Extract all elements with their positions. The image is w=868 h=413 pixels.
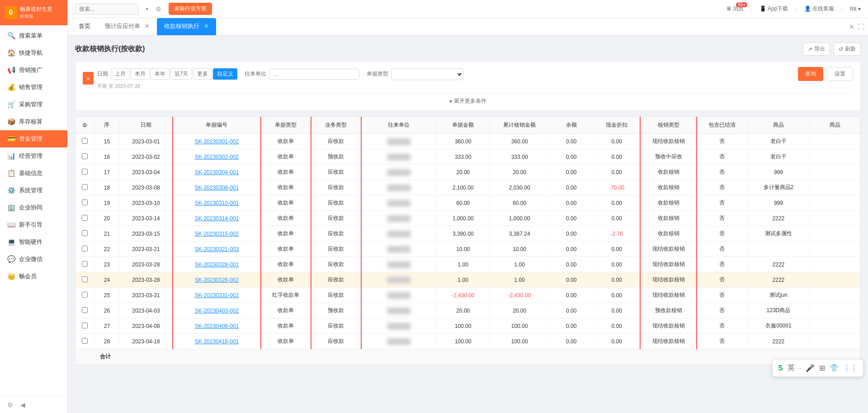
date-btn-近7天[interactable]: 近7天 <box>170 68 193 80</box>
row-checkbox[interactable] <box>82 215 88 221</box>
float-mic-icon[interactable]: 🎤 <box>806 364 815 372</box>
industry-solution-button[interactable]: 体验行业方案 <box>169 3 212 15</box>
sidebar-item-hardware[interactable]: 💻智能硬件 <box>0 233 67 251</box>
float-en-icon[interactable]: 英 <box>788 363 795 373</box>
counterpart-input[interactable] <box>269 69 359 80</box>
row-checkbox[interactable] <box>82 246 88 252</box>
cell-slip-no[interactable]: SK-20230321-003 <box>173 242 260 257</box>
cell-amount: 20.00 <box>436 165 490 180</box>
topbar-dropdown-arrow[interactable]: ▾ <box>146 6 148 12</box>
cell-slip-no[interactable]: SK-20230328-002 <box>173 272 260 288</box>
sidebar-item-purchase[interactable]: 🛒采购管理 <box>0 96 67 113</box>
cell-slip-no[interactable]: SK-20230418-001 <box>173 334 260 349</box>
date-btn-本年[interactable]: 本年 <box>151 68 170 80</box>
maximize-icon[interactable]: ⛶ <box>858 23 864 30</box>
slip-no-link[interactable]: SK-20230418-001 <box>195 338 239 345</box>
settings-icon[interactable]: ⚙ <box>7 401 13 408</box>
filter-expand-button[interactable]: » <box>83 72 94 85</box>
settings-button[interactable]: 设置 <box>827 67 853 81</box>
slip-no-link[interactable]: SK-20230408-001 <box>195 323 239 329</box>
cell-amount: 1.00 <box>436 257 490 272</box>
expand-more-button[interactable]: ▾ 展开更多条件 <box>83 93 853 105</box>
sidebar-item-wechat[interactable]: 💬企业微信 <box>0 251 67 268</box>
tab-close-yingying[interactable]: ✕ <box>145 23 150 29</box>
row-checkbox[interactable] <box>82 153 88 159</box>
cell-slip-no[interactable]: SK-20230308-001 <box>173 180 260 195</box>
sidebar-item-operations[interactable]: 📊经营管理 <box>0 147 67 165</box>
tab-close-shoukuan[interactable]: ✕ <box>204 23 209 29</box>
cell-balance: 0.00 <box>549 149 593 165</box>
cell-slip-no[interactable]: SK-20230314-001 <box>173 211 260 226</box>
messages-icon-area[interactable]: 🖥 消息 99+ <box>726 5 744 13</box>
close-window-icon[interactable]: ✕ <box>849 23 854 30</box>
slip-no-link[interactable]: SK-20230308-001 <box>195 185 239 191</box>
date-btn-本月[interactable]: 本月 <box>131 68 150 80</box>
slip-no-link[interactable]: SK-20230321-003 <box>195 246 239 252</box>
date-btn-上月[interactable]: 上月 <box>111 68 130 80</box>
row-checkbox[interactable] <box>82 292 88 298</box>
slip-no-link[interactable]: SK-20230328-002 <box>195 277 239 283</box>
sidebar-item-basic[interactable]: 📋基础信息 <box>0 165 67 182</box>
topbar-gear-icon[interactable]: ⚙ <box>156 5 161 13</box>
sidebar-item-system[interactable]: ⚙️系统管理 <box>0 182 67 199</box>
slip-no-link[interactable]: SK-20230314-001 <box>195 215 239 222</box>
row-checkbox[interactable] <box>82 338 88 344</box>
tab-home[interactable]: 首页 <box>71 18 98 35</box>
row-checkbox[interactable] <box>82 199 88 205</box>
row-checkbox[interactable] <box>82 261 88 267</box>
sidebar-item-inventory[interactable]: 📦库存核算 <box>0 113 67 130</box>
collapse-icon[interactable]: ◀ <box>20 401 25 408</box>
cell-slip-no[interactable]: SK-20230331-002 <box>173 288 260 303</box>
query-button[interactable]: 查询 <box>798 67 823 81</box>
cell-slip-type: 收款单 <box>261 272 311 288</box>
sidebar-item-finance[interactable]: 💳资金管理 <box>0 130 67 147</box>
sidebar-item-quick[interactable]: 🏠快捷导航 <box>0 44 67 62</box>
row-checkbox[interactable] <box>82 276 88 282</box>
user-name-area[interactable]: Rit ▾ <box>850 6 861 12</box>
tab-yingying[interactable]: 预计应应付单✕ <box>98 18 157 35</box>
row-checkbox[interactable] <box>82 184 88 190</box>
float-tshirt-icon[interactable]: 👕 <box>830 364 839 372</box>
slip-no-link[interactable]: SK-20230331-002 <box>195 292 239 299</box>
sidebar-item-marketing[interactable]: 📢营销推广 <box>0 62 67 79</box>
topbar-search-input[interactable] <box>75 4 138 14</box>
slip-no-link[interactable]: SK-20230304-001 <box>195 169 239 176</box>
slip-no-link[interactable]: SK-20230310-001 <box>195 200 239 206</box>
row-checkbox[interactable] <box>82 323 88 328</box>
row-checkbox[interactable] <box>82 138 88 144</box>
slip-no-link[interactable]: SK-20230403-002 <box>195 308 239 314</box>
refresh-button[interactable]: ↺ 刷新 <box>834 43 861 56</box>
slip-type-select[interactable] <box>391 68 463 80</box>
row-checkbox[interactable] <box>82 307 88 313</box>
slip-no-link[interactable]: SK-20230301-002 <box>195 138 239 145</box>
cell-slip-no[interactable]: SK-20230315-002 <box>173 226 260 242</box>
sidebar-item-sales[interactable]: 💰销售管理 <box>0 79 67 96</box>
cell-slip-no[interactable]: SK-20230403-002 <box>173 303 260 318</box>
export-button[interactable]: ↗ 导出 <box>803 43 830 56</box>
cell-slip-no[interactable]: SK-20230302-002 <box>173 149 260 165</box>
date-btn-更多[interactable]: 更多 <box>193 68 212 80</box>
cell-slip-no[interactable]: SK-20230301-002 <box>173 134 260 149</box>
float-apps-icon[interactable]: ⋮⋮ <box>843 364 858 372</box>
app-download-link[interactable]: 📱 App下载 <box>760 5 788 13</box>
online-service-link[interactable]: 👤 在线客服 <box>804 5 834 13</box>
slip-no-link[interactable]: SK-20230315-002 <box>195 231 239 237</box>
sidebar-item-enterprise[interactable]: 🏢企业协同 <box>0 199 67 216</box>
sidebar-item-search[interactable]: 🔍搜索菜单 <box>0 27 67 44</box>
row-checkbox[interactable] <box>82 169 88 175</box>
tab-shoukuan[interactable]: 收款核销执行✕ <box>157 18 216 35</box>
row-checkbox[interactable] <box>82 230 88 236</box>
slip-no-link[interactable]: SK-20230302-002 <box>195 154 239 160</box>
cell-slip-no[interactable]: SK-20230310-001 <box>173 195 260 211</box>
table-header: ⚙ 序 日期 单据编号 单据类型 业务类型 往来单位 单据金额 累计核销金额 余… <box>75 117 860 134</box>
sidebar-item-member[interactable]: 👑畅会员 <box>0 268 67 285</box>
float-grid-icon[interactable]: ⊞ <box>819 364 825 372</box>
cell-slip-no[interactable]: SK-20230408-001 <box>173 318 260 334</box>
slip-no-link[interactable]: SK-20230328-001 <box>195 261 239 268</box>
cell-slip-no[interactable]: SK-20230328-001 <box>173 257 260 272</box>
cell-slip-no[interactable]: SK-20230304-001 <box>173 165 260 180</box>
col-gear[interactable]: ⚙ <box>75 117 94 134</box>
date-btn-自定义[interactable]: 自定义 <box>213 68 237 80</box>
sidebar-item-guide[interactable]: 📖新手引导 <box>0 216 67 233</box>
cell-cumulative: 100.00 <box>490 334 549 349</box>
